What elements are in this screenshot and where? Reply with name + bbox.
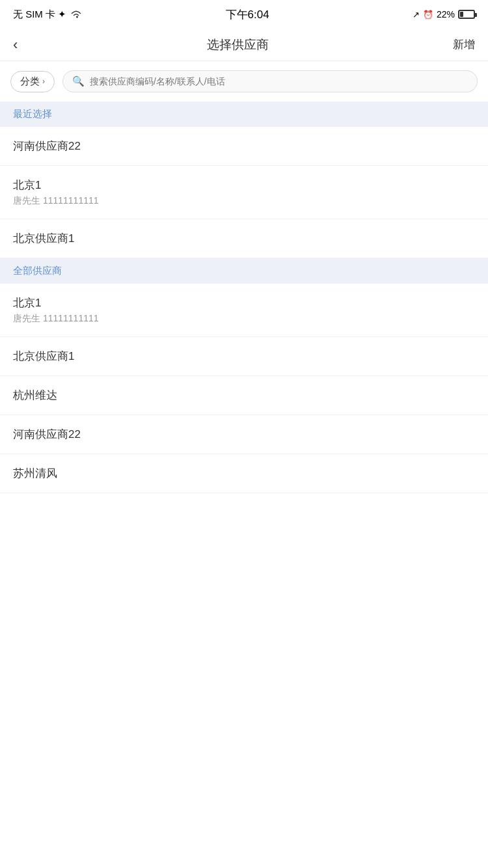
page-title: 选择供应商 — [207, 36, 269, 53]
item-name: 北京1 — [13, 295, 475, 310]
item-name: 北京供应商1 — [13, 231, 475, 246]
nav-bar: ‹ 选择供应商 新增 — [0, 29, 488, 61]
search-icon: 🔍 — [72, 75, 85, 87]
list-item[interactable]: 北京供应商1 — [0, 337, 488, 376]
item-name: 苏州清风 — [13, 466, 475, 481]
location-icon: ↗ — [413, 10, 420, 20]
list-item[interactable]: 河南供应商22 — [0, 127, 488, 166]
all-items-list: 北京1 唐先生 11111111111 北京供应商1 杭州维达 河南供应商22 … — [0, 284, 488, 493]
status-time: 下午6:04 — [226, 7, 269, 22]
wifi-icon — [70, 10, 82, 19]
list-item[interactable]: 北京供应商1 — [0, 219, 488, 258]
item-name: 北京1 — [13, 178, 475, 193]
all-section-header: 全部供应商 — [0, 258, 488, 284]
item-name: 杭州维达 — [13, 388, 475, 403]
item-name: 北京供应商1 — [13, 349, 475, 364]
item-name: 河南供应商22 — [13, 427, 475, 442]
filter-bar: 分类 › 🔍 — [0, 61, 488, 102]
status-left: 无 SIM 卡 ✦ — [13, 8, 82, 21]
list-item[interactable]: 北京1 唐先生 11111111111 — [0, 284, 488, 337]
add-button[interactable]: 新增 — [453, 37, 475, 52]
battery-percentage: 22% — [437, 9, 455, 20]
item-detail: 唐先生 11111111111 — [13, 313, 475, 325]
recent-items-list: 河南供应商22 北京1 唐先生 11111111111 北京供应商1 — [0, 127, 488, 258]
status-right: ↗ ⏰ 22% — [413, 9, 475, 20]
category-filter-button[interactable]: 分类 › — [10, 71, 55, 92]
sim-status: 无 SIM 卡 ✦ — [13, 8, 66, 21]
all-section-label: 全部供应商 — [13, 265, 62, 276]
alarm-icon: ⏰ — [423, 10, 433, 20]
list-item[interactable]: 北京1 唐先生 11111111111 — [0, 166, 488, 219]
chevron-right-icon: › — [42, 77, 45, 86]
list-item[interactable]: 苏州清风 — [0, 454, 488, 493]
list-item[interactable]: 杭州维达 — [0, 376, 488, 415]
search-bar[interactable]: 🔍 — [62, 70, 478, 92]
recent-section-label: 最近选择 — [13, 108, 52, 119]
item-name: 河南供应商22 — [13, 139, 475, 154]
item-detail: 唐先生 11111111111 — [13, 195, 475, 207]
back-button[interactable]: ‹ — [8, 31, 23, 59]
status-bar: 无 SIM 卡 ✦ 下午6:04 ↗ ⏰ 22% — [0, 0, 488, 29]
battery-icon — [458, 10, 475, 19]
search-input[interactable] — [90, 76, 468, 87]
list-item[interactable]: 河南供应商22 — [0, 415, 488, 454]
recent-section-header: 最近选择 — [0, 102, 488, 127]
category-label: 分类 — [20, 75, 40, 88]
